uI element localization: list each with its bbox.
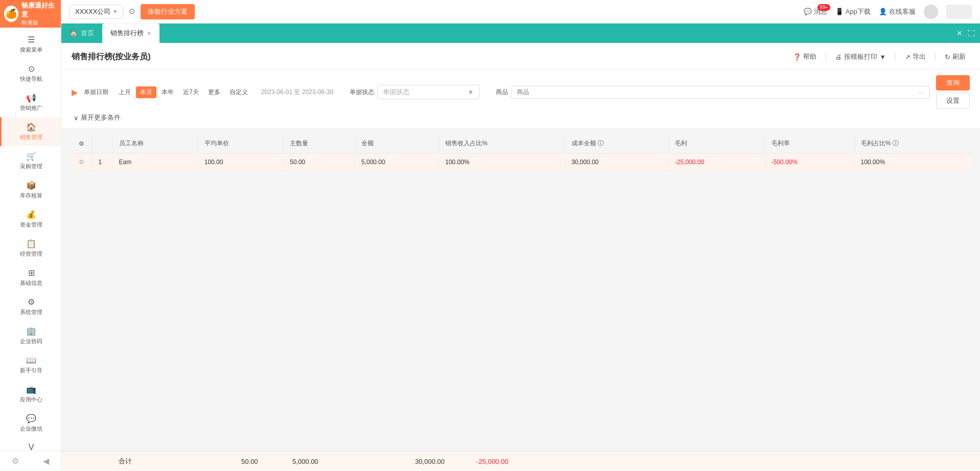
col-cost: 成本全额 ⓘ (565, 134, 668, 153)
apps-icon: 📺 (26, 385, 36, 394)
sidebar-item-operation[interactable]: 📋经营管理 (0, 234, 61, 263)
row-avg-price-0: 100.00 (198, 153, 283, 171)
footer-amount: 5,000.00 (292, 458, 318, 465)
sidebar-item-label-guide: 新手引导 (20, 367, 42, 374)
sidebar-item-sales[interactable]: 🏠销售管理 (0, 117, 61, 146)
sidebar-item-label-wechat: 企业微信 (20, 425, 42, 433)
goods-label: 商品 (496, 88, 508, 97)
table-footer: 合计 50.00 5,000.00 30,000.00 -25,000.00 (61, 451, 980, 471)
date-tab-year[interactable]: 本年 (157, 86, 178, 98)
tab-close-icon[interactable]: ✕ (147, 30, 151, 37)
sidebar-item-apps[interactable]: 📺应用中心 (0, 379, 61, 409)
refresh-icon: ↻ (945, 53, 950, 61)
status-label: 单据状态 (350, 88, 374, 97)
page-title: 销售排行榜(按业务员) (72, 52, 151, 62)
tab-bar-close-btn[interactable]: ✕ (956, 29, 963, 37)
query-button[interactable]: 查询 (936, 75, 970, 91)
company-selector[interactable]: XXXXX公司 ▼ (70, 5, 123, 19)
sidebar-item-collab[interactable]: 🏢企业协同 (0, 321, 61, 350)
date-tab-prev[interactable]: 上月 (115, 86, 135, 98)
help-icon: ❓ (793, 53, 801, 61)
sidebar-item-label-purchase: 采购管理 (20, 163, 42, 170)
print-btn[interactable]: 🖨 按模板打印 ▼ (831, 50, 890, 63)
date-tab-custom[interactable]: 自定义 (225, 86, 252, 98)
sidebar-item-purchase[interactable]: 🛒采购管理 (0, 146, 61, 175)
export-btn[interactable]: ↗ 导出 (901, 50, 930, 63)
message-btn[interactable]: 💬 消息 99+ (804, 7, 827, 16)
filter-toggle-icon[interactable]: ▶ (72, 87, 78, 97)
date-range: 2023-06-01 至 2023-06-30 (261, 88, 333, 97)
online-service-btn[interactable]: 👤 在线客服 (879, 7, 916, 16)
tab-home[interactable]: 🏠 首页 (61, 24, 102, 43)
tab-bar-expand-btn[interactable]: ⛶ (968, 29, 975, 37)
sidebar-item-guide[interactable]: 📖新手引导 (0, 350, 61, 379)
col-name: 员工名称 (112, 134, 198, 153)
sidebar-item-label-inventory: 库存核算 (20, 192, 42, 199)
trial-button[interactable]: 体验行业方案 (141, 4, 195, 19)
expand-btn[interactable]: ∨ 展开更多条件 (72, 113, 970, 122)
sidebar-collapse-btn[interactable]: ◀ (43, 456, 49, 466)
print-icon: 🖨 (835, 53, 842, 61)
message-badge: 99+ (817, 4, 830, 11)
date-tab-curr[interactable]: 本月 (136, 86, 156, 98)
sidebar-item-label-search: 搜索菜单 (20, 46, 42, 54)
divider1 (826, 53, 826, 60)
sidebar-item-vip[interactable]: V畅会员 (0, 438, 61, 451)
inventory-icon: 📦 (26, 181, 36, 190)
goods-more-icon[interactable]: ··· (919, 88, 924, 96)
filter-bar: ▶ 单据日期 上月本月本年近7天更多自定义 2023-06-01 至 2023-… (61, 69, 980, 129)
sidebar-item-system[interactable]: ⚙系统管理 (0, 292, 61, 321)
date-tabs: 上月本月本年近7天更多自定义 (115, 86, 252, 98)
logo-subtitle: 标准版 (21, 19, 57, 26)
sidebar-item-search[interactable]: ☰搜索菜单 (0, 30, 61, 59)
footer-name-cell: 合计 (112, 457, 184, 466)
goods-input[interactable] (517, 88, 919, 96)
row-cost-0: 30,000.00 (565, 153, 668, 171)
footer-label: 合计 (119, 457, 132, 465)
tab-bar-right: ✕ ⛶ (956, 29, 980, 37)
settings-button[interactable]: 设置 (936, 93, 970, 109)
top-header: XXXXX公司 ▼ ⚙ 体验行业方案 💬 消息 99+ 📱 App下载 👤 在线… (61, 0, 980, 24)
sidebar-item-wechat[interactable]: 💬企业微信 (0, 409, 61, 438)
col-settings[interactable]: ⚙ (72, 134, 92, 153)
col-profit: 毛利 (669, 134, 765, 153)
logo-title: 畅康通好生意 (21, 2, 57, 19)
date-tab-7days[interactable]: 近7天 (179, 86, 203, 98)
content: 销售排行榜(按业务员) ❓ 帮助 🖨 按模板打印 ▼ ↗ 导出 (61, 43, 980, 471)
user-avatar[interactable] (924, 5, 938, 19)
tab-sales-rank[interactable]: 销售排行榜 ✕ (102, 24, 159, 43)
home-icon: 🏠 (70, 30, 78, 37)
row-amount-0: 5,000.00 (355, 153, 439, 171)
divider3 (935, 53, 936, 60)
sidebar-settings-btn[interactable]: ⚙ (12, 456, 19, 466)
service-label: 在线客服 (889, 7, 916, 16)
app-download-btn[interactable]: 📱 App下载 (835, 7, 871, 16)
tab-sales-rank-label: 销售排行榜 (110, 29, 144, 38)
sidebar-item-inventory[interactable]: 📦库存核算 (0, 175, 61, 205)
date-tab-more[interactable]: 更多 (204, 86, 224, 98)
sidebar-item-marketing[interactable]: 📢营销推广 (0, 88, 61, 117)
wechat-icon: 💬 (26, 414, 36, 423)
tab-bar: 🏠 首页 销售排行榜 ✕ ✕ ⛶ (61, 24, 980, 43)
app-label: App下载 (846, 7, 871, 16)
sidebar-logo: 🍊 畅康通好生意 标准版 (0, 0, 61, 28)
filter-btn-group: 查询 设置 (936, 75, 970, 109)
status-select[interactable]: 单据状态 ▼ (377, 85, 480, 99)
col-sales-ratio: 销售收入占比% (439, 134, 565, 153)
row-qty-0: 50.00 (283, 153, 355, 171)
header-settings-icon[interactable]: ⚙ (128, 7, 135, 16)
page-header: 销售排行榜(按业务员) ❓ 帮助 🖨 按模板打印 ▼ ↗ 导出 (61, 43, 980, 69)
sidebar-footer: ⚙ ◀ (0, 451, 61, 471)
footer-qty-cell: 50.00 (235, 458, 286, 465)
sidebar-item-basic[interactable]: ⊞基础信息 (0, 263, 61, 292)
sidebar-item-quick[interactable]: ⊙快捷导航 (0, 59, 61, 88)
sidebar-item-finance[interactable]: 💰资金管理 (0, 205, 61, 234)
expand-label: 展开更多条件 (81, 113, 121, 122)
main: XXXXX公司 ▼ ⚙ 体验行业方案 💬 消息 99+ 📱 App下载 👤 在线… (61, 0, 980, 471)
col-qty: 主数量 (283, 134, 355, 153)
help-btn[interactable]: ❓ 帮助 (789, 50, 821, 63)
table-wrap: ⚙ 员工名称 平均单价 主数量 全额 销售收入占比% 成本全额 ⓘ 毛利 毛利率… (61, 129, 980, 451)
refresh-btn[interactable]: ↻ 刷新 (941, 50, 970, 63)
goods-input-wrap: ··· (511, 86, 930, 99)
row-settings-0[interactable]: ⚙ (72, 153, 92, 171)
